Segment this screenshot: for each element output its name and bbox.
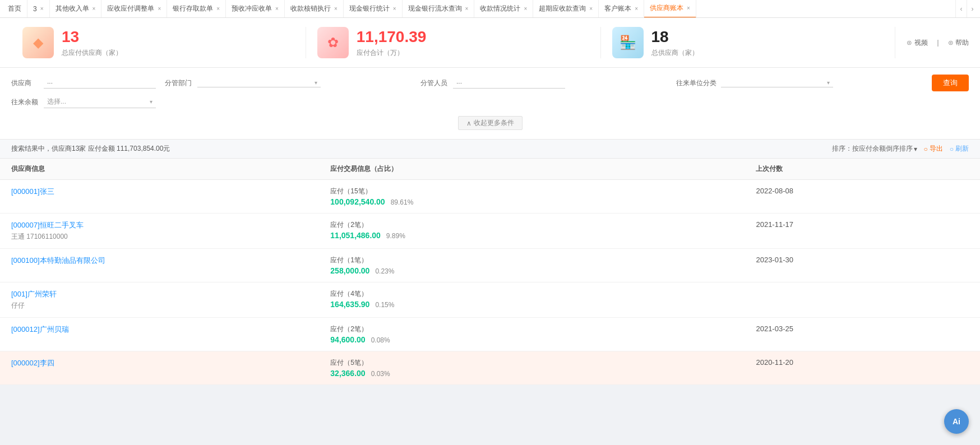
supplier-input[interactable] (44, 78, 156, 89)
top-right-links: ⊙ 视频 ｜ ⊙ 帮助 (895, 38, 969, 48)
tx-pct-4: 0.08% (371, 336, 390, 344)
wheat-icon: ✿ (317, 27, 349, 58)
dept-dropdown-icon: ▾ (315, 80, 317, 86)
tx-label-2: 应付（1笔） (330, 256, 368, 264)
nav-collection[interactable]: 收款核销执行 × (285, 0, 344, 18)
help-link[interactable]: ⊙ 帮助 (948, 38, 969, 48)
tx-amount-3[interactable]: 164,635.90 (330, 300, 369, 309)
refresh-button[interactable]: ○ 刷新 (950, 144, 969, 154)
tx-pct-0: 89.61% (391, 198, 414, 206)
nav-overdue-query[interactable]: 超期应收款查询 × (533, 0, 599, 18)
tx-amount-1[interactable]: 11,051,486.00 (330, 231, 381, 240)
nav-home[interactable]: 首页 (2, 0, 27, 18)
collapse-icon: ∧ (466, 119, 471, 127)
table-row: [000001]张三 应付（15笔） 100,092,540.00 89.61%… (0, 180, 980, 214)
collapse-button[interactable]: ∧ 收起更多条件 (458, 116, 523, 130)
tx-pct-3: 0.15% (375, 301, 394, 309)
lastpay-cell-5: 2020-11-20 (756, 358, 969, 367)
nav-tab-3[interactable]: 3 × (27, 0, 50, 18)
supplier-link-4[interactable]: [000012]广州贝瑞 (11, 325, 69, 333)
filter-unit-class: 往来单位分类 ▾ (676, 78, 923, 88)
table-row: [000012]广州贝瑞 应付（2笔） 94,600.00 0.08% 2021… (0, 318, 980, 351)
close-icon[interactable]: × (334, 6, 338, 12)
nav-other-income[interactable]: 其他收入单 × (50, 0, 102, 18)
close-icon[interactable]: × (687, 5, 690, 11)
collapse-bar: ∧ 收起更多条件 (11, 113, 969, 132)
supplier-cell-0: [000001]张三 (11, 187, 330, 197)
lastpay-date-2: 2023-01-30 (756, 256, 793, 264)
nav-collection-stats[interactable]: 收款情况统计 × (474, 0, 533, 18)
summary-bar: ◆ 13 总应付供应商（家） ✿ 11,170.39 应付合计（万） 🏪 18 … (0, 18, 980, 68)
nav-prev-arrow[interactable]: ‹ (955, 0, 967, 18)
sort-area: 排序：按应付余额倒序排序 ▾ ○ 导出 ○ 刷新 (832, 144, 969, 154)
payable-suppliers-number: 13 (62, 27, 122, 47)
search-button[interactable]: 查询 (932, 75, 969, 91)
supplier-link-2[interactable]: [000100]本特勤油品有限公司 (11, 256, 105, 265)
transaction-cell-4: 应付（2笔） 94,600.00 0.08% (330, 325, 756, 344)
close-icon[interactable]: × (635, 6, 638, 12)
tx-label-4: 应付（2笔） (330, 325, 368, 333)
summary-card-payable-suppliers: ◆ 13 总应付供应商（家） (11, 27, 306, 58)
payable-total-number: 11,170.39 (357, 27, 427, 47)
supplier-link-5[interactable]: [000002]李四 (11, 359, 54, 367)
table-header: 供应商信息 应付交易信息（占比） 上次付数 (0, 159, 980, 180)
supplier-sub-3: 仔仔 (11, 301, 330, 310)
tx-amount-2[interactable]: 258,000.00 (330, 266, 369, 275)
nav-prepay-receivable[interactable]: 预收冲应收单 × (226, 0, 285, 18)
tx-amount-0[interactable]: 100,092,540.00 (330, 197, 385, 206)
tx-row-1: 11,051,486.00 9.89% (330, 231, 756, 240)
export-button[interactable]: ○ 导出 (924, 144, 943, 154)
col-header-lastpay: 上次付数 (756, 164, 969, 174)
nav-supplier-ledger[interactable]: 供应商账本 × (644, 0, 696, 18)
tx-row-3: 164,635.90 0.15% (330, 300, 756, 309)
close-icon[interactable]: × (216, 6, 220, 12)
nav-adjustment[interactable]: 应收应付调整单 × (101, 0, 167, 18)
supplier-link-0[interactable]: [000001]张三 (11, 187, 54, 196)
nav-customer-ledger[interactable]: 客户账本 × (599, 0, 644, 18)
close-icon[interactable]: × (275, 6, 279, 12)
transaction-cell-2: 应付（1笔） 258,000.00 0.23% (330, 256, 756, 275)
sort-button[interactable]: 排序：按应付余额倒序排序 ▾ (832, 144, 917, 154)
supplier-cell-1: [000007]恒旺二手叉车 王通 17106110000 (11, 220, 330, 242)
person-input[interactable] (453, 78, 565, 89)
separator: ｜ (935, 38, 941, 48)
supplier-link-1[interactable]: [000007]恒旺二手叉车 (11, 221, 84, 229)
supplier-link-3[interactable]: [001]广州荣轩 (11, 290, 57, 298)
transaction-cell-5: 应付（5笔） 32,366.00 0.03% (330, 358, 756, 378)
tx-pct-5: 0.03% (371, 370, 390, 378)
supplier-sub-1: 王通 17106110000 (11, 232, 330, 242)
tx-row-4: 94,600.00 0.08% (330, 335, 756, 344)
close-icon[interactable]: × (93, 6, 96, 12)
tx-pct-1: 9.89% (386, 232, 405, 240)
summary-card-total-suppliers: 🏪 18 总供应商（家） (601, 27, 896, 58)
nav-next-arrow[interactable]: › (967, 0, 978, 18)
summary-payable-info: 13 总应付供应商（家） (62, 27, 122, 58)
close-icon[interactable]: × (158, 6, 161, 12)
nav-cash-bank-flow[interactable]: 现金银行流水查询 × (403, 0, 475, 18)
transaction-cell-1: 应付（2笔） 11,051,486.00 9.89% (330, 220, 756, 240)
supplier-cell-5: [000002]李四 (11, 358, 330, 368)
data-table: 供应商信息 应付交易信息（占比） 上次付数 [000001]张三 应付（15笔）… (0, 159, 980, 385)
close-icon[interactable]: × (524, 6, 527, 12)
payable-total-label: 应付合计（万） (357, 48, 427, 58)
unit-class-dropdown-icon: ▾ (827, 80, 830, 86)
filter-balance: 往来余额 选择... ▾ (11, 96, 156, 108)
unit-class-select[interactable]: ▾ (721, 78, 833, 87)
tx-amount-5[interactable]: 32,366.00 (330, 369, 365, 378)
tx-label-3: 应付（4笔） (330, 290, 368, 298)
nav-cash-bank-stats[interactable]: 现金银行统计 × (344, 0, 403, 18)
nav-bank-deposit[interactable]: 银行存取款单 × (167, 0, 226, 18)
dept-select[interactable]: ▾ (197, 78, 321, 87)
balance-select[interactable]: 选择... ▾ (44, 96, 156, 108)
close-icon[interactable]: × (589, 6, 593, 12)
tx-amount-4[interactable]: 94,600.00 (330, 335, 365, 344)
close-icon[interactable]: × (465, 6, 469, 12)
video-link[interactable]: ⊙ 视频 (907, 38, 927, 48)
transaction-cell-3: 应付（4笔） 164,635.90 0.15% (330, 289, 756, 309)
close-icon[interactable]: × (40, 6, 44, 12)
close-icon[interactable]: × (393, 6, 396, 12)
lastpay-date-0: 2022-08-08 (756, 187, 793, 195)
balance-dropdown-icon: ▾ (150, 99, 152, 105)
collapse-label: 收起更多条件 (474, 118, 514, 128)
refresh-icon: ○ (950, 145, 954, 153)
